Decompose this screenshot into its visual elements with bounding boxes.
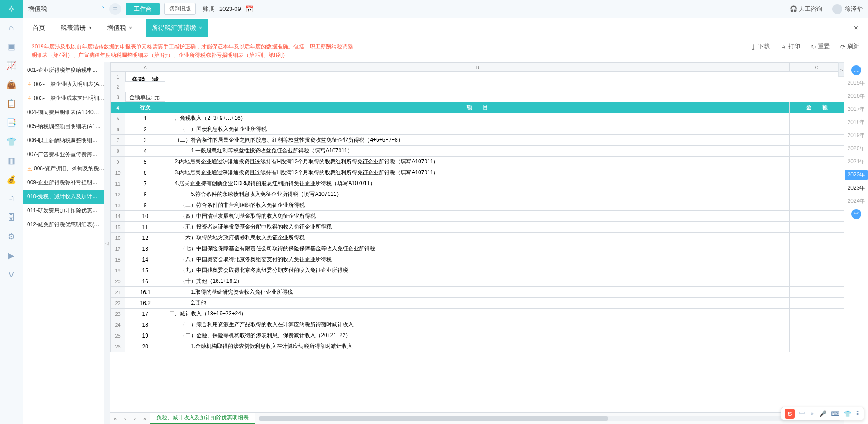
year-item[interactable]: 2016年	[848, 91, 865, 101]
cell-xiangmu[interactable]: （八）中国奥委会取得北京冬奥组委支付的收入免征企业所得税	[165, 254, 790, 265]
tab-tax-list[interactable]: 税表清册×	[59, 18, 94, 38]
cell-xiangmu[interactable]: 2.其他	[165, 298, 790, 309]
row-number[interactable]: 21	[111, 287, 125, 298]
tab-income-tax-settlement[interactable]: 所得税汇算清缴×	[146, 19, 208, 37]
cell-hangci[interactable]: 8	[125, 189, 165, 200]
reset-button[interactable]: ↻重置	[811, 43, 830, 51]
ime-icon-4[interactable]: 👕	[844, 410, 851, 417]
nav-home-icon[interactable]: ⌂	[0, 18, 23, 37]
form-list-item[interactable]: 011-研发费用加计扣除优惠…	[23, 204, 104, 218]
print-button[interactable]: 🖨打印	[781, 43, 800, 51]
close-icon[interactable]: ×	[199, 25, 202, 31]
nav-calendar-icon[interactable]: ▥	[0, 151, 23, 170]
cell-xiangmu[interactable]: （五）投资者从证券投资基金分配中取得的收入免征企业所得税	[165, 222, 790, 233]
cell-amount[interactable]	[790, 254, 844, 265]
user-chip[interactable]: 徐泽华	[832, 4, 863, 14]
cell-amount[interactable]	[790, 200, 844, 211]
form-list-item[interactable]: ⚠003-一般企业成本支出明细…	[23, 91, 104, 105]
year-scroll-down-icon[interactable]: ︾	[851, 209, 861, 219]
ime-lang[interactable]: 中	[799, 410, 805, 418]
row-number[interactable]: 18	[111, 254, 125, 265]
cell-amount[interactable]	[790, 189, 844, 200]
row-number[interactable]: 12	[111, 189, 125, 200]
cell-hangci[interactable]: 20	[125, 341, 165, 352]
cell-amount[interactable]	[790, 265, 844, 276]
row-number[interactable]: 9	[111, 157, 125, 167]
row-number[interactable]: 26	[111, 341, 125, 352]
cell-amount[interactable]	[790, 298, 844, 309]
cell-hangci[interactable]: 16	[125, 276, 165, 287]
cell-hangci[interactable]: 17	[125, 309, 165, 319]
form-list-item[interactable]: ⚠008-资产折旧、摊销及纳税…	[23, 162, 104, 176]
cell-amount[interactable]	[790, 157, 844, 167]
cell-amount[interactable]	[790, 341, 844, 352]
column-header[interactable]: A	[125, 63, 165, 72]
cell-hangci[interactable]: 12	[125, 233, 165, 243]
ime-icon-5[interactable]: ⠿	[856, 410, 860, 417]
cell-hangci[interactable]: 7	[125, 178, 165, 189]
collapse-left-handle[interactable]: ◁	[104, 62, 110, 424]
nav-settings-icon[interactable]: ⚙	[0, 227, 23, 246]
cell-xiangmu[interactable]: 二、减计收入（18+19+23+24）	[165, 309, 790, 319]
cell-amount[interactable]	[790, 124, 844, 135]
cell-xiangmu[interactable]: 3.内地居民企业通过深港通投资且连续持有H股满12个月取得的股息红利所得免征企业…	[165, 167, 790, 178]
cell-xiangmu[interactable]: （二）金融、保险等机构取得的涉农利息、保费减计收入（20+21+22）	[165, 330, 790, 341]
year-item[interactable]: 2015年	[848, 78, 865, 88]
horizontal-scrollbar[interactable]	[259, 416, 840, 421]
row-number[interactable]: 19	[111, 265, 125, 276]
year-item[interactable]: 2019年	[848, 130, 865, 141]
form-list-item[interactable]: 009-企业所得税弥补亏损明…	[23, 176, 104, 190]
ime-icon-1[interactable]: ✧	[810, 410, 815, 417]
row-number[interactable]: 5	[111, 113, 125, 124]
nav-archive-icon[interactable]: 🗄	[0, 208, 23, 227]
nav-tax-icon[interactable]: 💰	[0, 170, 23, 189]
sheet-tab-active[interactable]: 免税、减计收入及加计扣除优惠明细表	[150, 413, 255, 424]
cell-hangci[interactable]: 6	[125, 167, 165, 178]
row-number[interactable]: 25	[111, 330, 125, 341]
download-button[interactable]: ⭳下载	[750, 43, 770, 51]
cell-hangci[interactable]: 19	[125, 330, 165, 341]
year-item[interactable]: 2018年	[848, 117, 865, 128]
calendar-icon[interactable]: 📅	[245, 5, 253, 13]
cell-amount[interactable]	[790, 309, 844, 319]
cell-xiangmu[interactable]: 1.一般股息红利等权益性投资收益免征企业所得税（填写A107011）	[165, 146, 790, 157]
year-item[interactable]: 2021年	[848, 157, 865, 167]
nav-clipboard-icon[interactable]: 📋	[0, 94, 23, 113]
year-item[interactable]: 2023年	[848, 183, 865, 193]
cell-amount[interactable]	[790, 113, 844, 124]
cell-amount[interactable]	[790, 135, 844, 146]
row-number[interactable]: 7	[111, 135, 125, 146]
cell-hangci[interactable]: 14	[125, 254, 165, 265]
refresh-button[interactable]: ⟳刷新	[840, 43, 859, 51]
row-number[interactable]: 8	[111, 146, 125, 157]
cell-amount[interactable]	[790, 167, 844, 178]
row-number[interactable]: 24	[111, 319, 125, 330]
cell-xiangmu[interactable]: 1.取得的基础研究资金收入免征企业所得税	[165, 287, 790, 298]
cell-amount[interactable]	[790, 233, 844, 243]
close-icon[interactable]: ×	[89, 25, 92, 31]
column-header[interactable]: B	[165, 63, 790, 72]
tab-home[interactable]: 首页	[31, 18, 47, 38]
cell-xiangmu[interactable]: （十）其他（16.1+16.2）	[165, 276, 790, 287]
row-number[interactable]: 16	[111, 233, 125, 243]
sheet-nav-next[interactable]: ›	[130, 413, 140, 424]
form-list-item[interactable]: 012-减免所得税优惠明细表(…	[23, 218, 104, 232]
cell-hangci[interactable]: 2	[125, 124, 165, 135]
form-list-item[interactable]: 005-纳税调整项目明细表(A1…	[23, 119, 104, 133]
cell-hangci[interactable]: 16.2	[125, 298, 165, 309]
nav-report-icon[interactable]: 📑	[0, 113, 23, 132]
cell-xiangmu[interactable]: （一）综合利用资源生产产品取得的收入在计算应纳税所得额时减计收入	[165, 319, 790, 330]
cell-hangci[interactable]: 16.1	[125, 287, 165, 298]
cell-amount[interactable]	[790, 178, 844, 189]
cell-xiangmu[interactable]: （四）中国清洁发展机制基金取得的收入免征企业所得税	[165, 211, 790, 222]
nav-chart-icon[interactable]: 📈	[0, 56, 23, 75]
ime-icon-2[interactable]: 🎤	[819, 410, 826, 417]
nav-doc-icon[interactable]: 🗎	[0, 189, 23, 208]
cell-hangci[interactable]: 1	[125, 113, 165, 124]
year-item[interactable]: 2020年	[848, 143, 865, 154]
switch-old-button[interactable]: 切到旧版	[164, 3, 196, 15]
tabs-close-all-icon[interactable]: ×	[852, 22, 860, 34]
row-number[interactable]: 6	[111, 124, 125, 135]
close-icon[interactable]: ×	[129, 25, 132, 31]
form-list-item[interactable]: 001-企业所得税年度纳税申…	[23, 63, 104, 77]
